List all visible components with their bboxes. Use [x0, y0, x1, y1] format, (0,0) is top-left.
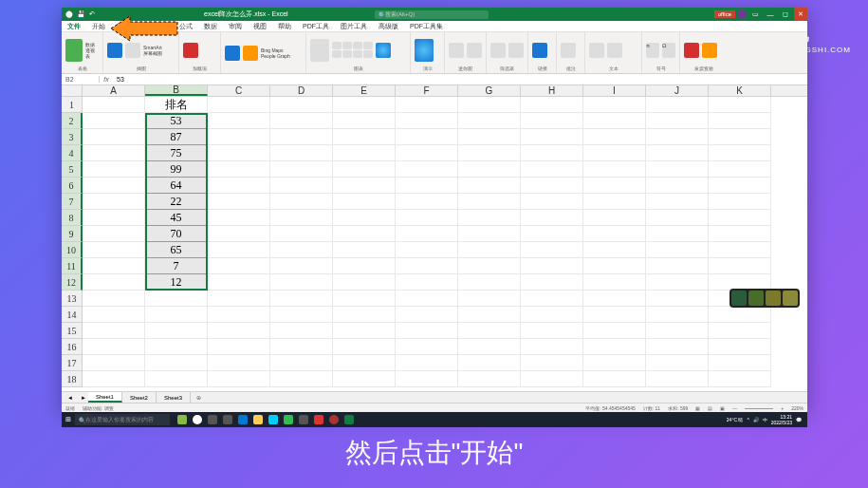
- cell[interactable]: [333, 323, 396, 339]
- cell[interactable]: [583, 178, 646, 194]
- cell[interactable]: [458, 129, 521, 145]
- cell[interactable]: [83, 258, 145, 274]
- cell[interactable]: [521, 178, 583, 194]
- cell[interactable]: [521, 194, 583, 210]
- title-search[interactable]: 🔍 搜索(Alt+Q): [375, 10, 489, 19]
- col-header-B[interactable]: B: [145, 85, 208, 96]
- row-header[interactable]: 15: [62, 323, 83, 339]
- cell[interactable]: [333, 339, 396, 355]
- cell[interactable]: [83, 210, 145, 226]
- cell[interactable]: [458, 291, 521, 307]
- cell[interactable]: [458, 194, 521, 210]
- save-icon[interactable]: 💾: [77, 10, 85, 18]
- cell[interactable]: [709, 323, 771, 339]
- cell[interactable]: [709, 226, 771, 242]
- explorer-icon[interactable]: [253, 415, 263, 424]
- cell[interactable]: [521, 210, 583, 226]
- pdf-icon[interactable]: [684, 43, 699, 58]
- cell[interactable]: [333, 291, 396, 307]
- cell[interactable]: [396, 291, 458, 307]
- cell[interactable]: [145, 307, 208, 323]
- cell[interactable]: [521, 145, 583, 161]
- cell[interactable]: [583, 129, 646, 145]
- cell[interactable]: [583, 113, 646, 129]
- symbol-icon[interactable]: Ω: [662, 43, 675, 58]
- cell[interactable]: [646, 274, 709, 291]
- cell[interactable]: [396, 145, 458, 161]
- cell[interactable]: [396, 210, 458, 226]
- header-footer-icon[interactable]: [607, 43, 622, 58]
- taskbar-search[interactable]: 🔍 在这里输入你要搜索的内容: [75, 414, 170, 425]
- cell[interactable]: 12: [145, 274, 208, 291]
- cell[interactable]: [270, 307, 333, 323]
- taskview-icon[interactable]: [208, 415, 217, 424]
- cell[interactable]: [458, 371, 521, 387]
- cell[interactable]: [208, 371, 270, 387]
- zoom-in[interactable]: +: [781, 405, 784, 411]
- cell[interactable]: [646, 129, 709, 145]
- cell[interactable]: [646, 226, 709, 242]
- cell[interactable]: [521, 323, 583, 339]
- cell[interactable]: [396, 323, 458, 339]
- cell[interactable]: [709, 307, 771, 323]
- cell[interactable]: [646, 323, 709, 339]
- cell[interactable]: [83, 145, 145, 161]
- tray-icon[interactable]: 🔊: [753, 417, 759, 422]
- cell[interactable]: [83, 194, 145, 210]
- view-normal-icon[interactable]: ▦: [695, 405, 700, 411]
- cell[interactable]: [521, 97, 583, 113]
- cell[interactable]: 45: [145, 210, 208, 226]
- cell[interactable]: [396, 113, 458, 129]
- select-all-corner[interactable]: [62, 85, 83, 96]
- cell[interactable]: 87: [145, 129, 208, 145]
- row-header[interactable]: 14: [62, 307, 83, 323]
- cell[interactable]: [583, 226, 646, 242]
- cell[interactable]: [270, 194, 333, 210]
- cell[interactable]: 排名: [145, 97, 208, 113]
- name-box[interactable]: B2: [62, 76, 100, 83]
- cell[interactable]: [270, 145, 333, 161]
- cell[interactable]: [646, 371, 709, 387]
- cell[interactable]: [83, 178, 145, 194]
- cell[interactable]: [709, 145, 771, 161]
- cell[interactable]: [83, 371, 145, 387]
- chart-type-icon[interactable]: [353, 42, 362, 49]
- cell[interactable]: [208, 178, 270, 194]
- zoom-slider[interactable]: [745, 408, 773, 411]
- cell[interactable]: [521, 291, 583, 307]
- cell[interactable]: [83, 355, 145, 371]
- cell[interactable]: [646, 355, 709, 371]
- cell[interactable]: [521, 274, 583, 291]
- cell[interactable]: [396, 258, 458, 274]
- cell[interactable]: [333, 258, 396, 274]
- cell[interactable]: [208, 145, 270, 161]
- shapes-icon[interactable]: [125, 43, 140, 58]
- wechat-icon[interactable]: [284, 415, 293, 424]
- user-avatar[interactable]: [737, 9, 747, 19]
- excel-taskbar-icon[interactable]: [344, 415, 354, 424]
- cell[interactable]: [270, 242, 333, 258]
- row-header[interactable]: 5: [62, 161, 83, 178]
- cell[interactable]: [709, 194, 771, 210]
- cell[interactable]: [145, 291, 208, 307]
- col-header-F[interactable]: F: [396, 85, 458, 96]
- record-icon[interactable]: [329, 415, 339, 424]
- row-header[interactable]: 10: [62, 242, 83, 258]
- row-header[interactable]: 17: [62, 355, 83, 371]
- row-header[interactable]: 13: [62, 291, 83, 307]
- col-header-H[interactable]: H: [521, 85, 583, 96]
- cell[interactable]: [333, 129, 396, 145]
- cell[interactable]: [396, 129, 458, 145]
- cell[interactable]: [83, 323, 145, 339]
- cell[interactable]: [709, 371, 771, 387]
- link-icon[interactable]: [532, 43, 547, 58]
- cell[interactable]: [208, 194, 270, 210]
- cell[interactable]: [709, 129, 771, 145]
- cell[interactable]: [709, 258, 771, 274]
- sheet-tab-3[interactable]: Sheet3: [157, 392, 191, 403]
- cell[interactable]: [583, 97, 646, 113]
- cell[interactable]: [83, 291, 145, 307]
- cell[interactable]: [270, 161, 333, 178]
- cell[interactable]: [646, 161, 709, 178]
- cell[interactable]: [396, 274, 458, 291]
